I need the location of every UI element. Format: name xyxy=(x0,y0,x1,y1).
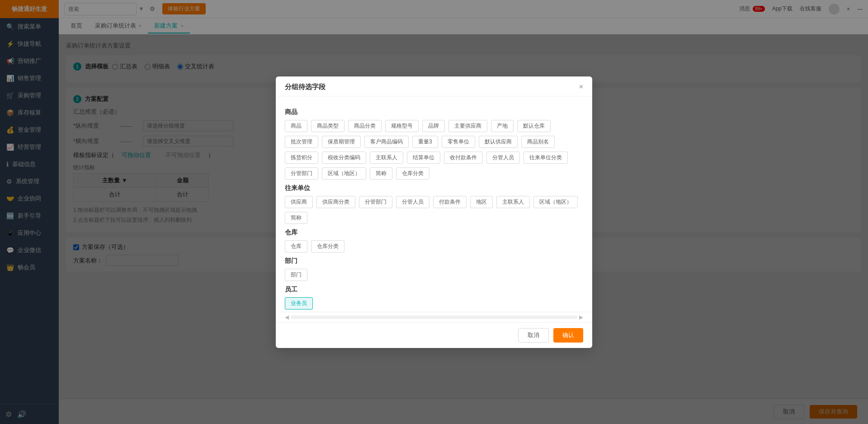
chip-settlement-unit[interactable]: 结算单位 xyxy=(407,152,440,164)
chip-counterpart-category[interactable]: 往来单位分类 xyxy=(524,152,568,164)
chip-supplier-category[interactable]: 供应商分类 xyxy=(316,196,355,208)
chip-wh-category2[interactable]: 仓库分类 xyxy=(311,240,344,252)
chip-tax-code[interactable]: 税收分类编码 xyxy=(322,152,366,164)
modal-backdrop: 分组待选字段 × 商品 商品 商品类型 商品分类 规格型号 品牌 主要供应商 产… xyxy=(0,0,868,424)
chip-region[interactable]: 区域（地区） xyxy=(322,167,366,180)
modal-body[interactable]: 商品 商品 商品类型 商品分类 规格型号 品牌 主要供应商 产地 默认仓库 批次… xyxy=(276,96,592,312)
chip-warehouse[interactable]: 仓库 xyxy=(285,240,307,252)
chip-default-supplier[interactable]: 默认供应商 xyxy=(479,136,518,148)
warehouse-chips: 仓库 仓库分类 xyxy=(285,240,583,252)
chip-product-type[interactable]: 商品类型 xyxy=(311,120,344,132)
chip-origin[interactable]: 产地 xyxy=(491,120,514,132)
chip-expiry-manage[interactable]: 保质期管理 xyxy=(322,136,361,148)
chip-customer-code[interactable]: 客户商品编码 xyxy=(364,136,409,148)
section-title-counterpart: 往来单位 xyxy=(285,184,583,192)
field-select-modal: 分组待选字段 × 商品 商品 商品类型 商品分类 规格型号 品牌 主要供应商 产… xyxy=(276,76,592,348)
modal-header: 分组待选字段 × xyxy=(276,76,592,96)
chip-retail-unit[interactable]: 零售单位 xyxy=(442,136,475,148)
chip-product-category[interactable]: 商品分类 xyxy=(348,120,382,132)
chip-batch-manage[interactable]: 批次管理 xyxy=(285,136,318,148)
chip-salesperson[interactable]: 业务员 xyxy=(285,297,313,310)
chip-wh-category[interactable]: 仓库分类 xyxy=(396,167,429,180)
chip-main-contact[interactable]: 主联系人 xyxy=(370,152,403,164)
dept-chips: 部门 xyxy=(285,269,583,281)
chip-dept[interactable]: 分管部门 xyxy=(359,196,392,208)
counterpart-chips: 供应商 供应商分类 分管部门 分管人员 付款条件 地区 主联系人 区域（地区） … xyxy=(285,196,583,224)
section-title-product: 商品 xyxy=(285,108,583,116)
chip-weight3[interactable]: 重量3 xyxy=(412,136,438,148)
chip-region2[interactable]: 区域（地区） xyxy=(533,196,578,208)
chip-default-warehouse[interactable]: 默认仓库 xyxy=(517,120,551,132)
modal-cancel-btn[interactable]: 取消 xyxy=(518,328,549,343)
chip-payment-cond[interactable]: 付款条件 xyxy=(433,196,467,208)
chip-main-supplier[interactable]: 主要供应商 xyxy=(448,120,487,132)
section-title-warehouse: 仓库 xyxy=(285,229,583,237)
employee-chips: 业务员 xyxy=(285,297,583,310)
chip-department[interactable]: 部门 xyxy=(285,269,307,281)
modal-close-btn[interactable]: × xyxy=(579,83,583,91)
modal-hscroll[interactable]: ◀ ▶ xyxy=(276,312,592,322)
section-title-dept: 部门 xyxy=(285,257,583,265)
chip-product[interactable]: 商品 xyxy=(285,120,307,132)
chip-area[interactable]: 地区 xyxy=(470,196,493,208)
chip-supervisor[interactable]: 分管人员 xyxy=(486,152,520,164)
modal-title: 分组待选字段 xyxy=(285,83,326,91)
product-chips: 商品 商品类型 商品分类 规格型号 品牌 主要供应商 产地 默认仓库 批次管理 … xyxy=(285,120,583,180)
chip-supervisor2[interactable]: 分管人员 xyxy=(396,196,429,208)
chip-pick-points[interactable]: 拣货积分 xyxy=(285,152,318,164)
chip-payment-terms[interactable]: 收付款条件 xyxy=(444,152,483,164)
chip-main-contact2[interactable]: 主联系人 xyxy=(496,196,530,208)
chip-product-alias[interactable]: 商品别名 xyxy=(521,136,555,148)
modal-footer: 取消 确认 xyxy=(276,322,592,348)
chip-short-name2[interactable]: 简称 xyxy=(285,212,307,224)
hscroll-bar[interactable] xyxy=(291,315,577,319)
chip-short-name[interactable]: 简称 xyxy=(370,167,392,180)
chip-manage-dept[interactable]: 分管部门 xyxy=(285,167,318,180)
chip-supplier[interactable]: 供应商 xyxy=(285,196,313,208)
section-title-employee: 员工 xyxy=(285,286,583,294)
chip-spec[interactable]: 规格型号 xyxy=(385,120,419,132)
modal-confirm-btn[interactable]: 确认 xyxy=(553,328,583,343)
chip-brand[interactable]: 品牌 xyxy=(422,120,445,132)
